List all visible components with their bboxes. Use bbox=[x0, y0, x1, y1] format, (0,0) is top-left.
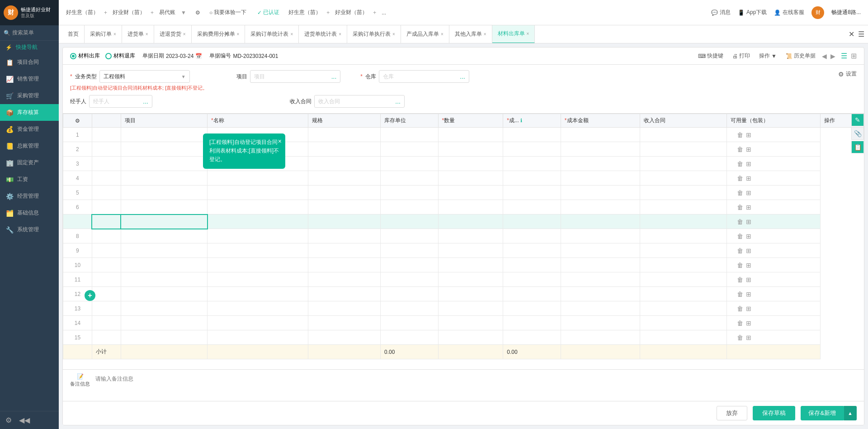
tab-close-icon[interactable]: × bbox=[146, 32, 148, 37]
tab-list-btn[interactable]: ☰ bbox=[858, 30, 864, 38]
cell-unit-edit[interactable] bbox=[308, 214, 381, 229]
copy-row-icon[interactable]: ⊞ bbox=[746, 189, 751, 196]
save-new-button[interactable]: 保存&新增 bbox=[801, 406, 844, 420]
cell-name[interactable] bbox=[121, 330, 207, 345]
cell-qty[interactable] bbox=[380, 330, 438, 345]
cell-cost-amount[interactable] bbox=[503, 316, 561, 330]
save-draft-button[interactable]: 保存草稿 bbox=[753, 406, 795, 420]
cell-qty-edit[interactable] bbox=[380, 214, 438, 229]
cell-cost-amt-edit[interactable] bbox=[503, 214, 561, 229]
cell-available[interactable] bbox=[640, 301, 726, 316]
cell-project[interactable] bbox=[92, 186, 121, 200]
copy-row-icon[interactable]: ⊞ bbox=[746, 334, 751, 341]
cell-cost-price[interactable] bbox=[438, 243, 503, 258]
cell-qty[interactable] bbox=[380, 316, 438, 330]
sidebar-item-inventory[interactable]: 📦 库存核算 bbox=[0, 104, 59, 121]
tab-close-icon[interactable]: × bbox=[183, 32, 186, 37]
cell-spec[interactable] bbox=[208, 171, 308, 186]
view-grid-btn[interactable]: ⊞ bbox=[851, 52, 857, 60]
business-type-input[interactable]: 工程领料 ▼ bbox=[99, 70, 190, 83]
cell-project[interactable] bbox=[92, 157, 121, 171]
cell-name-edit[interactable] bbox=[121, 214, 207, 229]
cell-qty[interactable] bbox=[380, 200, 438, 214]
right-toolbar-btn-edit[interactable]: ✎ bbox=[851, 114, 864, 126]
cell-unit[interactable] bbox=[308, 272, 381, 287]
cell-cost-amount[interactable] bbox=[503, 128, 561, 142]
th-settings[interactable]: ⚙ bbox=[63, 114, 92, 128]
handler-input[interactable]: 经手人 ... bbox=[89, 95, 152, 108]
sidebar-item-ops[interactable]: ⚙️ 经营管理 bbox=[0, 188, 59, 205]
cell-name[interactable] bbox=[121, 243, 207, 258]
cell-spec[interactable] bbox=[208, 287, 308, 301]
topbar-settings-icon[interactable]: ⚙ bbox=[195, 10, 200, 16]
cell-cost-price[interactable] bbox=[438, 258, 503, 272]
cell-cost-price[interactable] bbox=[438, 200, 503, 214]
sidebar-item-finance[interactable]: 💰 资金管理 bbox=[0, 121, 59, 138]
cell-spec[interactable] bbox=[208, 200, 308, 214]
sidebar-item-assets[interactable]: 🏢 固定资产 bbox=[0, 154, 59, 171]
cell-name[interactable] bbox=[121, 316, 207, 330]
cell-qty[interactable] bbox=[380, 258, 438, 272]
cell-cost-price[interactable] bbox=[438, 229, 503, 243]
notes-input[interactable] bbox=[95, 373, 857, 391]
tooltip-close-btn[interactable]: × bbox=[278, 136, 282, 146]
save-new-dropdown-btn[interactable]: ▲ bbox=[844, 406, 857, 420]
delete-row-icon[interactable]: 🗑 bbox=[737, 204, 743, 211]
user-name[interactable]: 畅捷通8路... bbox=[831, 9, 861, 16]
cell-cost-price[interactable] bbox=[438, 330, 503, 345]
cell-project[interactable] bbox=[92, 258, 121, 272]
cell-available[interactable] bbox=[640, 229, 726, 243]
cell-cost-price[interactable] bbox=[438, 171, 503, 186]
app-download-btn[interactable]: 📱 App下载 bbox=[738, 9, 767, 16]
delete-row-icon[interactable]: 🗑 bbox=[737, 233, 743, 240]
copy-row-icon[interactable]: ⊞ bbox=[746, 276, 751, 283]
delete-row-icon[interactable]: 🗑 bbox=[737, 160, 743, 167]
tab-close-icon[interactable]: × bbox=[290, 32, 293, 37]
cell-qty[interactable] bbox=[380, 243, 438, 258]
delete-row-icon[interactable]: 🗑 bbox=[737, 175, 743, 182]
cell-available[interactable] bbox=[640, 243, 726, 258]
cell-cost-price[interactable] bbox=[438, 128, 503, 142]
cell-available[interactable] bbox=[640, 157, 726, 171]
cell-cost-price[interactable] bbox=[438, 142, 503, 157]
radio-outbound[interactable]: 材料出库 bbox=[70, 52, 100, 60]
copy-row-icon[interactable]: ⊞ bbox=[746, 305, 751, 312]
settings-gear-icon[interactable]: ⚙ bbox=[838, 71, 844, 78]
cell-contract[interactable] bbox=[561, 142, 640, 157]
copy-row-icon[interactable]: ⊞ bbox=[746, 160, 751, 167]
tab-close-icon[interactable]: × bbox=[484, 32, 486, 37]
cell-qty[interactable] bbox=[380, 157, 438, 171]
cell-name[interactable] bbox=[121, 157, 207, 171]
project-input[interactable]: 项目 ... bbox=[250, 70, 340, 83]
topbar-nav-good-biz[interactable]: 好生意（苗） bbox=[66, 9, 99, 16]
income-contract-input[interactable]: 收入合同 ... bbox=[314, 95, 405, 108]
copy-row-icon[interactable]: ⊞ bbox=[746, 204, 751, 211]
cell-contract[interactable] bbox=[561, 128, 640, 142]
cell-qty[interactable] bbox=[380, 186, 438, 200]
copy-row-icon[interactable]: ⊞ bbox=[746, 218, 751, 225]
cell-cost-amount[interactable] bbox=[503, 142, 561, 157]
project-ellipsis-icon[interactable]: ... bbox=[331, 73, 337, 80]
tab-close-icon[interactable]: × bbox=[441, 32, 443, 37]
cell-spec[interactable] bbox=[208, 229, 308, 243]
tab-close-icon[interactable]: × bbox=[339, 32, 341, 37]
settings-bottom-icon[interactable]: ⚙ bbox=[5, 416, 12, 424]
cell-name[interactable] bbox=[121, 258, 207, 272]
tab-product-inbound[interactable]: 产成品入库单 × bbox=[401, 25, 449, 43]
cell-available[interactable] bbox=[640, 200, 726, 214]
topbar-more-label[interactable]: ... bbox=[382, 10, 386, 16]
cell-spec[interactable] bbox=[208, 330, 308, 345]
delete-row-icon[interactable]: 🗑 bbox=[737, 218, 743, 225]
delete-row-icon[interactable]: 🗑 bbox=[737, 291, 743, 298]
cell-cost-amount[interactable] bbox=[503, 157, 561, 171]
view-list-btn[interactable]: ☰ bbox=[841, 52, 847, 60]
cell-cost-amount[interactable] bbox=[503, 243, 561, 258]
delete-row-icon[interactable]: 🗑 bbox=[737, 146, 743, 153]
cell-unit[interactable] bbox=[308, 186, 381, 200]
copy-row-icon[interactable]: ⊞ bbox=[746, 131, 751, 138]
sidebar-item-purchase[interactable]: 🛒 采购管理 bbox=[0, 87, 59, 104]
cell-available[interactable] bbox=[640, 287, 726, 301]
tab-home[interactable]: 首页 bbox=[62, 25, 85, 43]
delete-row-icon[interactable]: 🗑 bbox=[737, 334, 743, 341]
sidebar-item-sales[interactable]: 📈 销售管理 bbox=[0, 71, 59, 87]
